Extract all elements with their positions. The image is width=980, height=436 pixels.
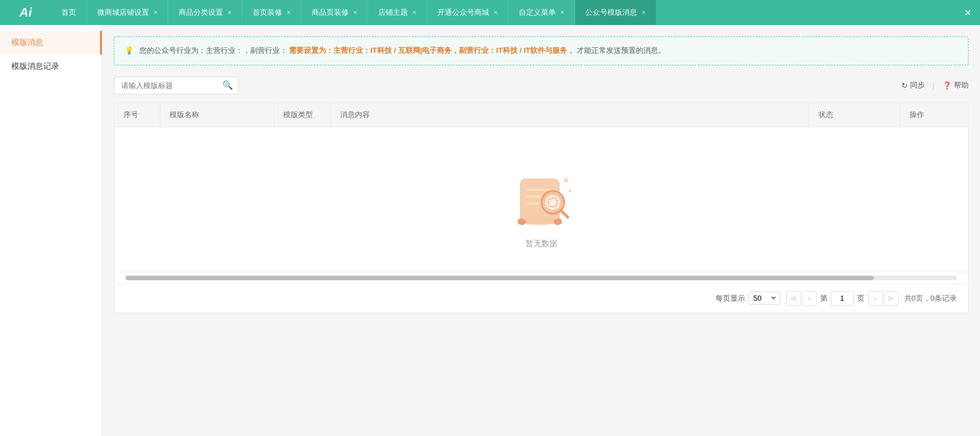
app-logo: Ai (0, 0, 51, 25)
nav-tab-close-custommenu[interactable]: × (560, 9, 564, 16)
page-label: 页 (857, 293, 865, 304)
nav-tab-weshop[interactable]: 微商城店铺设置× (87, 0, 168, 25)
prev-page-button[interactable]: ‹ (802, 291, 817, 306)
nav-tab-close-weshop[interactable]: × (154, 9, 158, 16)
content-area: 💡 您的公众号行业为：主营行业：，副营行业： 需要设置为：主营行业：IT科技 /… (102, 25, 980, 436)
sidebar: 模版消息模版消息记录 (0, 25, 102, 436)
table-body: 暂无数据 (114, 127, 968, 272)
scrollbar-area (114, 272, 968, 284)
nav-tab-productpage[interactable]: 商品页装修× (301, 0, 368, 25)
nav-tab-close-theme[interactable]: × (412, 9, 416, 16)
page-size-label: 每页显示 (716, 293, 745, 304)
help-icon: ❓ (942, 81, 952, 90)
scroll-track[interactable] (126, 276, 957, 280)
notice-suffix: 才能正常发送预置的消息。 (577, 46, 665, 55)
sidebar-item-template-msg[interactable]: 模版消息 (0, 31, 102, 55)
sidebar-item-template-msg-record[interactable]: 模版消息记录 (0, 55, 102, 78)
nav-tab-custommenu[interactable]: 自定义菜单× (508, 0, 575, 25)
data-table: 序号 模版名称 模版类型 消息内容 状态 操作 (114, 103, 968, 272)
notice-highlight: 需要设置为：主营行业：IT科技 / 互联网|电子商务，副营行业：IT科技 / I… (289, 46, 574, 55)
table-header-row: 序号 模版名称 模版类型 消息内容 状态 操作 (114, 103, 968, 127)
top-nav: Ai 首页微商城店铺设置×商品分类设置×首页装修×商品页装修×店铺主题×开通公众… (0, 0, 980, 25)
empty-icon (507, 161, 576, 230)
svg-line-7 (561, 210, 568, 217)
pagination-info: 共0页，0条记录 (904, 293, 957, 304)
table-wrapper: 序号 模版名称 模版类型 消息内容 状态 操作 (114, 102, 969, 313)
pagination-buttons: ⊲ ‹ 第 页 › ⊳ (786, 291, 899, 306)
nav-tab-close-productpage[interactable]: × (353, 9, 357, 16)
nav-tab-templatemsg[interactable]: 公众号模版消息× (575, 0, 656, 25)
page-input[interactable] (831, 291, 854, 306)
nav-tab-close-openstore[interactable]: × (494, 9, 498, 16)
col-type: 模版类型 (274, 103, 330, 127)
nav-tab-theme[interactable]: 店铺主题× (368, 0, 427, 25)
notice-banner: 💡 您的公众号行业为：主营行业：，副营行业： 需要设置为：主营行业：IT科技 /… (114, 36, 969, 65)
notice-prefix: 您的公众号行业为：主营行业：，副营行业： (139, 46, 287, 55)
search-bar: 🔍 ↻ 同步 | ❓ 帮助 (114, 77, 969, 94)
nav-tab-homepage[interactable]: 首页装修× (242, 0, 301, 25)
nav-tab-close-category[interactable]: × (228, 9, 231, 16)
page-size-selector: 每页显示 10 20 50 100 (716, 292, 780, 305)
main-layout: 模版消息模版消息记录 💡 您的公众号行业为：主营行业：，副营行业： 需要设置为：… (0, 25, 980, 436)
last-page-button[interactable]: ⊳ (884, 291, 899, 306)
sync-icon: ↻ (902, 81, 908, 90)
help-label: 帮助 (954, 80, 969, 90)
nav-tab-openstore[interactable]: 开通公众号商城× (427, 0, 508, 25)
table-header: 序号 模版名称 模版类型 消息内容 状态 操作 (114, 103, 968, 127)
top-right-actions: ↻ 同步 | ❓ 帮助 (902, 80, 969, 90)
sync-button[interactable]: ↻ 同步 (902, 80, 925, 90)
search-button[interactable]: 🔍 (222, 80, 233, 90)
page-di-label: 第 (820, 293, 828, 304)
col-name: 模版名称 (160, 103, 274, 127)
nav-tab-close-templatemsg[interactable]: × (642, 9, 646, 16)
page-size-select[interactable]: 10 20 50 100 (749, 292, 780, 305)
global-close-button[interactable]: ✕ (955, 0, 980, 25)
nav-tab-category[interactable]: 商品分类设置× (168, 0, 242, 25)
nav-tab-home[interactable]: 首页 (51, 0, 87, 25)
pagination-bar: 每页显示 10 20 50 100 ⊲ ‹ 第 页 › ⊳ (114, 284, 968, 313)
nav-tab-close-homepage[interactable]: × (287, 9, 291, 16)
sync-label: 同步 (910, 80, 925, 90)
toolbar-divider: | (933, 81, 934, 90)
col-status: 状态 (809, 103, 900, 127)
col-content: 消息内容 (330, 103, 809, 127)
search-input-wrapper: 🔍 (114, 77, 239, 94)
col-action: 操作 (900, 103, 968, 127)
empty-state-row: 暂无数据 (114, 127, 968, 272)
help-button[interactable]: ❓ 帮助 (942, 80, 969, 90)
empty-state-text: 暂无数据 (526, 239, 557, 249)
next-page-button[interactable]: › (868, 291, 883, 306)
first-page-button[interactable]: ⊲ (786, 291, 801, 306)
search-input[interactable] (114, 77, 239, 94)
nav-tabs: 首页微商城店铺设置×商品分类设置×首页装修×商品页装修×店铺主题×开通公众号商城… (51, 0, 955, 25)
col-index: 序号 (114, 103, 160, 127)
svg-point-6 (545, 195, 560, 210)
scroll-thumb[interactable] (126, 276, 874, 280)
empty-state: 暂无数据 (114, 127, 968, 272)
notice-icon: 💡 (125, 46, 134, 55)
